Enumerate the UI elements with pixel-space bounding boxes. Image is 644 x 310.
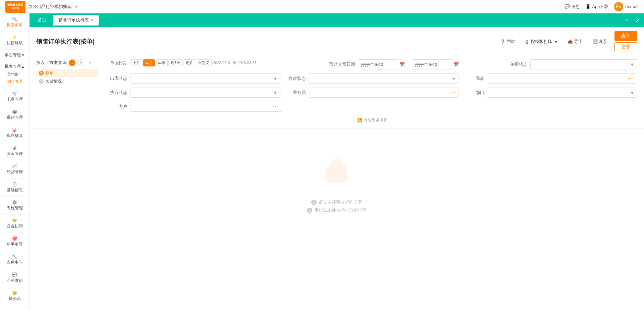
cal-icon-end[interactable]: 📅: [453, 62, 459, 67]
receive-status-label: 收款状态: [286, 75, 306, 82]
tab-home[interactable]: 首页: [32, 15, 52, 25]
sidebar-item-member[interactable]: 👑 畅会员: [0, 287, 29, 305]
app-logo: 畅捷通好生意 标准版: [5, 1, 25, 13]
tab-bar: 首页 销售订单执行表 × × ⤢: [30, 13, 644, 27]
print-dropdown-arrow[interactable]: ▼: [554, 39, 558, 44]
refresh-btn[interactable]: 🔄 刷新: [590, 37, 610, 46]
retail-expand-icon: ▼: [21, 53, 25, 57]
page-content: 销售订单执行表(按单) ❓ 帮助 🖨 按模板打印 ▼ 📤: [30, 27, 644, 310]
app-name: 办公用品行业模拟账套: [28, 4, 72, 10]
scheme-item-按单[interactable]: 按 按单: [36, 69, 99, 77]
receive-status-select[interactable]: ▼: [309, 73, 459, 84]
exec-status-select[interactable]: ▼: [130, 88, 280, 98]
sidebar-item-basic[interactable]: 📋 基础信息: [0, 178, 29, 197]
sidebar-item-newbie[interactable]: 🎯 新手引导: [0, 233, 29, 251]
sidebar-item-apps[interactable]: 🔧 应用中心: [0, 251, 29, 269]
sidebar-item-quick-nav[interactable]: ⚡ 快捷导航: [0, 32, 29, 50]
sidebar-subitem-sales[interactable]: 销售管理: [1, 78, 28, 85]
doc-date-label: 单据日期: [107, 60, 127, 66]
filter-item-dept: 部门 ▼: [464, 88, 637, 98]
period-btn-more[interactable]: 更多: [183, 59, 195, 66]
filter-item-out-status: 出库状态 ▼: [107, 73, 280, 84]
app-dropdown-arrow[interactable]: ▼: [74, 5, 78, 9]
download-icon: 📱: [585, 4, 591, 9]
customer-label: 客户: [107, 104, 127, 110]
export-btn[interactable]: 📤 导出: [565, 37, 586, 46]
tab-minimize-btn[interactable]: ×: [623, 16, 631, 24]
period-btn-custom[interactable]: 自定义: [196, 59, 212, 66]
help-btn[interactable]: ❓ 帮助: [497, 37, 518, 46]
salesperson-select[interactable]: ···: [309, 88, 459, 98]
period-btn-this-month[interactable]: 本月: [143, 59, 155, 66]
scheme-item-欠货情况[interactable]: 欠 欠货情况: [36, 77, 99, 86]
help-icon: ❓: [500, 39, 505, 44]
period-btn-this-year[interactable]: 本年: [156, 59, 168, 66]
sidebar-item-ecommerce[interactable]: 🛒 电商管理: [0, 88, 29, 106]
dept-select[interactable]: ▼: [487, 88, 637, 98]
svg-point-1: [341, 162, 347, 167]
sidebar-item-retail[interactable]: 零售管理 ▼: [0, 50, 29, 61]
filter-item-receive-status: 收款状态 ▼: [286, 73, 459, 84]
tab-close-btn[interactable]: ×: [91, 18, 93, 22]
main-layout: 🔍 搜索菜单 ⚡ 快捷导航 零售管理 ▼ 批发管理 ▲ 营销推广 销售管理: [0, 0, 644, 310]
search-menu[interactable]: 🔍 搜索菜单: [0, 13, 29, 32]
filter-form: 单据日期 上月 本月 本年 近7天 更多 自定义: [107, 59, 637, 124]
wholesale-sub-items: 营销推广 销售管理: [1, 71, 28, 85]
user-menu[interactable]: Ea demo2: [614, 2, 639, 11]
goods-dots[interactable]: ···: [628, 75, 634, 82]
dept-label: 部门: [464, 90, 484, 96]
sidebar-item-wholesale[interactable]: 批发管理 ▲ 营销推广 销售管理: [0, 61, 29, 88]
add-scheme-btn[interactable]: +: [69, 59, 75, 66]
customer-select[interactable]: ···: [130, 102, 282, 112]
tab-expand-btn[interactable]: ⤢: [633, 16, 641, 24]
ecommerce-icon: 🛒: [12, 91, 17, 96]
sidebar-item-label: 基础信息: [7, 187, 23, 193]
sidebar-item-label: 电商管理: [7, 97, 23, 102]
empty-icon: [320, 155, 354, 194]
page-title: 销售订单执行表(按单): [36, 38, 95, 46]
newbie-icon: 🎯: [12, 236, 17, 241]
period-btn-7days[interactable]: 近7天: [168, 59, 182, 66]
settings-btn[interactable]: 设置: [614, 42, 637, 52]
sidebar-item-inventory[interactable]: 📊 库存核算: [0, 124, 29, 142]
doc-status-arrow: ▼: [630, 62, 634, 67]
cal-icon-start[interactable]: 📅: [399, 62, 405, 67]
sidebar-item-system[interactable]: ⚙️ 系统管理: [0, 197, 29, 215]
goods-select[interactable]: ···: [487, 73, 637, 84]
collapse-more-btn[interactable]: 🔼 收起更多条件: [107, 116, 637, 124]
member-icon: 👑: [12, 291, 17, 295]
filter-row-1: 单据日期 上月 本月 本年 近7天 更多 自定义: [107, 59, 637, 69]
exec-status-label: 执行状态: [107, 90, 127, 96]
tab-active[interactable]: 销售订单执行表 ×: [53, 15, 99, 25]
customer-dots[interactable]: ···: [273, 104, 279, 110]
template-print-btn[interactable]: 🖨 按模板打印 ▼: [522, 37, 561, 46]
collapse-icon: 🔼: [357, 118, 362, 122]
page-main: 销售订单执行表(按单) ❓ 帮助 🖨 按模板打印 ▼ 📤: [30, 27, 644, 310]
sidebar-item-operations[interactable]: 📈 经营管理: [0, 160, 29, 178]
period-btn-last-month[interactable]: 上月: [130, 59, 142, 66]
query-btn[interactable]: 查询: [614, 31, 637, 41]
app-download-btn[interactable]: 📱 App下载: [585, 4, 608, 10]
search-label: 搜索菜单: [7, 22, 23, 28]
sidebar-subitem-marketing[interactable]: 营销推广: [1, 71, 28, 78]
sidebar-item-label: 企业微信: [7, 278, 23, 283]
refresh-label: 刷新: [599, 39, 608, 45]
sidebar-item-purchase[interactable]: 📦 采购管理: [0, 106, 29, 124]
empty-tip-1: 1 请先选择要分析的方案: [311, 199, 362, 205]
collab-icon: 🤝: [12, 218, 17, 223]
refresh-icon: 🔄: [592, 39, 598, 44]
scheme-dot-active: 按: [39, 71, 44, 75]
sidebar-item-finance[interactable]: 💰 资金管理: [0, 142, 29, 160]
salesperson-dots[interactable]: ···: [449, 90, 456, 96]
out-status-select[interactable]: ▼: [130, 73, 280, 84]
doc-status-select[interactable]: ▼: [530, 59, 637, 69]
collapse-scheme-btn[interactable]: «: [86, 59, 93, 66]
sidebar-item-collab[interactable]: 🤝 企业协同: [0, 215, 29, 233]
sidebar-item-wechat[interactable]: 💬 企业微信: [0, 269, 29, 287]
edit-scheme-btn[interactable]: ✎: [77, 59, 84, 66]
message-label: 消息: [571, 4, 580, 10]
message-icon: 💬: [565, 4, 570, 9]
message-btn[interactable]: 💬 消息: [565, 4, 580, 10]
expected-date-end[interactable]: [412, 59, 452, 69]
expected-date-start[interactable]: [358, 59, 398, 69]
